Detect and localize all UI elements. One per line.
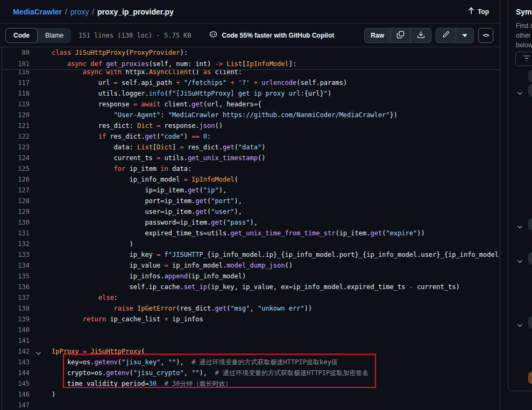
line-gutter (30, 142, 52, 153)
line-number[interactable]: 145 (2, 378, 30, 389)
symbol-item[interactable] (528, 253, 532, 264)
pencil-icon (442, 31, 450, 40)
code-row: 122 if res_dict.get("code") == 0: (2, 131, 500, 142)
raw-button[interactable]: Raw (365, 28, 390, 42)
line-number[interactable]: 143 (2, 357, 30, 368)
breadcrumb-repo[interactable]: MediaCrawler (13, 8, 62, 16)
code-row: 127 ip=ip_item.get("ip"), (2, 185, 500, 196)
copy-button[interactable] (390, 28, 410, 42)
line-number[interactable]: 118 (2, 88, 30, 99)
code-line-text: return ip_cache_list + ip_infos (52, 314, 203, 325)
line-gutter (30, 99, 52, 110)
line-gutter (30, 346, 52, 357)
code-row: 141 (2, 335, 500, 346)
line-number[interactable]: 144 (2, 368, 30, 378)
line-number[interactable]: 80 (2, 47, 30, 59)
symbol-item[interactable] (528, 84, 532, 96)
filter-symbols-button[interactable] (515, 52, 532, 66)
line-number[interactable]: 133 (2, 249, 30, 260)
line-number[interactable]: 129 (2, 206, 30, 217)
symbols-panel-toggle-button[interactable]: <> (478, 28, 493, 43)
download-button[interactable] (410, 28, 431, 42)
line-gutter (30, 389, 52, 400)
symbol-item[interactable] (528, 70, 532, 82)
line-number[interactable]: 141 (2, 335, 30, 346)
tab-code[interactable]: Code (5, 28, 38, 43)
line-number[interactable]: 122 (2, 131, 30, 142)
line-number[interactable]: 124 (2, 153, 30, 163)
code-line-text: raise IpGetError(res_dict.get("msg", "un… (52, 303, 312, 314)
line-number[interactable]: 131 (2, 228, 30, 239)
breadcrumb-folder[interactable]: proxy (70, 8, 89, 16)
line-gutter (30, 228, 52, 239)
edit-dropdown-button[interactable] (456, 28, 473, 42)
symbol-expand-chevron-icon[interactable] (517, 88, 523, 98)
symbol-item[interactable] (528, 372, 532, 384)
line-number[interactable]: 147 (2, 400, 30, 410)
line-number[interactable]: 142 (2, 346, 30, 357)
line-gutter (30, 357, 52, 368)
code-row: 123 data: List[Dict] = res_dict.get("dat… (2, 142, 500, 153)
symbol-expand-chevron-icon[interactable] (517, 256, 523, 266)
symbol-expand-chevron-icon[interactable] (517, 320, 523, 330)
line-number[interactable]: 137 (2, 292, 30, 303)
line-number[interactable]: 138 (2, 303, 30, 314)
line-number[interactable]: 128 (2, 196, 30, 206)
code-line-text: password=ip_item.get("pass"), (52, 217, 258, 228)
symbol-item[interactable] (528, 317, 532, 328)
code-row: 117 url = self.api_path + "/fetchips" + … (2, 77, 500, 88)
line-number[interactable]: 119 (2, 99, 30, 110)
line-gutter (30, 271, 52, 282)
tab-blame[interactable]: Blame (38, 28, 71, 43)
line-gutter (30, 153, 52, 163)
symbol-expand-chevron-icon[interactable] (517, 222, 523, 232)
copilot-banner-text[interactable]: Code 55% faster with GitHub Copilot (222, 32, 335, 39)
line-number[interactable]: 139 (2, 314, 30, 325)
line-number[interactable]: 134 (2, 260, 30, 271)
code-line-text: crypto=os.getenv("jisu_crypto", ""), # 通… (52, 368, 368, 378)
line-number[interactable]: 120 (2, 110, 30, 120)
code-row: 143 key=os.getenv("jisu_key", ""), # 通过环… (2, 357, 500, 368)
line-gutter (30, 120, 52, 131)
line-gutter (30, 260, 52, 271)
line-number[interactable]: 126 (2, 174, 30, 185)
line-number[interactable]: 117 (2, 77, 30, 88)
line-number[interactable]: 132 (2, 239, 30, 249)
line-number[interactable]: 121 (2, 120, 30, 131)
code-line-text: user=ip_item.get("user"), (52, 206, 242, 217)
code-row: 125 for ip_item in data: (2, 163, 500, 174)
edit-button[interactable] (436, 28, 456, 42)
line-number[interactable]: 125 (2, 163, 30, 174)
line-number[interactable]: 146 (2, 389, 30, 400)
breadcrumb-separator: / (65, 8, 67, 16)
code-line-text: response = await client.get(url, headers… (52, 99, 261, 110)
line-number[interactable]: 127 (2, 185, 30, 196)
line-number[interactable]: 136 (2, 282, 30, 292)
breadcrumb-separator: / (92, 8, 94, 16)
line-number[interactable]: 135 (2, 271, 30, 282)
code-line-text: ) (52, 389, 55, 400)
code-view: 116 async with httpx.AsyncClient() as cl… (2, 47, 500, 410)
code-row: 139 return ip_cache_list + ip_infos (2, 314, 500, 325)
code-line-text: ip_key = f"JISUHTTP_{ip_info_model.ip}_{… (52, 249, 500, 260)
symbols-panel: Symbols Find definitions and references … (508, 0, 532, 391)
code-row: 126 ip_info_model = IpInfoModel( (2, 174, 500, 185)
code-line-text: IpProxy = JiSuHttpProxy( (52, 346, 145, 357)
code-row: 137 else: (2, 292, 500, 303)
sticky-scope-header: 80class JiSuHttpProxy(ProxyProvider):101… (2, 47, 500, 70)
line-gutter (30, 77, 52, 88)
code-line-text: ip_info_model = IpInfoModel( (52, 174, 238, 185)
code-line-text: class JiSuHttpProxy(ProxyProvider): (52, 47, 188, 59)
back-to-top-button[interactable]: Top (468, 7, 489, 16)
line-number[interactable]: 140 (2, 325, 30, 335)
line-number[interactable]: 130 (2, 217, 30, 228)
copilot-icon (209, 30, 218, 41)
code-row: 140 (2, 325, 500, 335)
copy-icon (396, 31, 405, 40)
symbol-item[interactable] (528, 218, 532, 230)
code-row: 129 user=ip_item.get("user"), (2, 206, 500, 217)
line-number[interactable]: 123 (2, 142, 30, 153)
line-number[interactable]: 101 (2, 59, 30, 70)
line-gutter (30, 368, 52, 378)
line-gutter (30, 163, 52, 174)
